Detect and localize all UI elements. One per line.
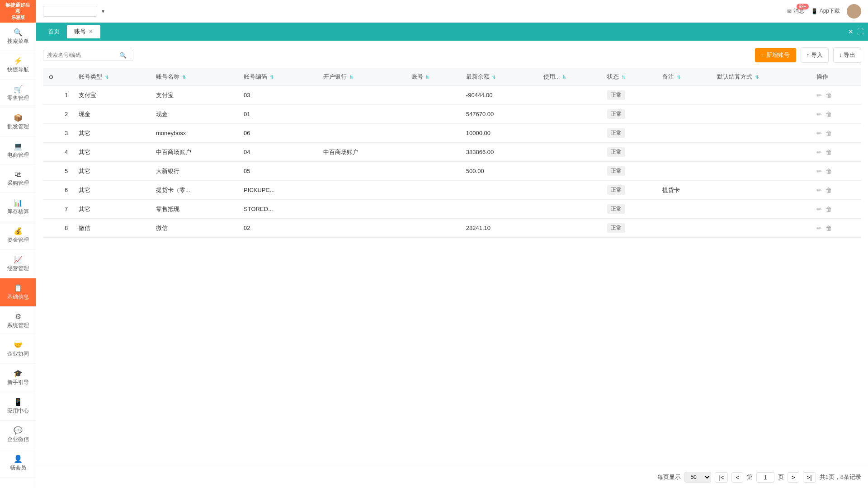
search-box[interactable]: 🔍 bbox=[43, 50, 133, 61]
tab-close-all-button[interactable]: ✕ bbox=[848, 28, 854, 35]
sidebar-item-sys-mgmt[interactable]: ⚙系统管理 bbox=[0, 307, 36, 335]
user-avatar[interactable] bbox=[847, 4, 861, 19]
delete-button[interactable]: 🗑 bbox=[826, 111, 832, 118]
ecom-mgmt-icon: 💻 bbox=[14, 142, 23, 150]
delete-button[interactable]: 🗑 bbox=[826, 225, 832, 232]
cell-name: 微信 bbox=[151, 219, 238, 238]
delete-button[interactable]: 🗑 bbox=[826, 187, 832, 194]
message-icon: ✉ bbox=[787, 8, 792, 14]
col-code[interactable]: 账号编码 ⇅ bbox=[238, 68, 318, 86]
last-page-button[interactable]: >| bbox=[803, 472, 816, 483]
phone-icon: 📱 bbox=[811, 8, 818, 14]
topbar-left: ▾ bbox=[43, 6, 104, 17]
edit-button[interactable]: ✏ bbox=[816, 206, 822, 213]
edit-button[interactable]: ✏ bbox=[816, 168, 822, 175]
search-input[interactable] bbox=[47, 52, 119, 58]
cell-status: 正常 bbox=[602, 105, 657, 124]
per-page-select[interactable]: 50 100 200 bbox=[684, 472, 711, 483]
col-usage[interactable]: 使用... ⇅ bbox=[538, 68, 602, 86]
edit-button[interactable]: ✏ bbox=[816, 225, 822, 232]
sidebar-item-corp-agreement[interactable]: 🤝企业协同 bbox=[0, 335, 36, 364]
delete-button[interactable]: 🗑 bbox=[826, 130, 832, 137]
cell-num: 8 bbox=[59, 219, 73, 238]
prev-page-button[interactable]: < bbox=[731, 472, 743, 483]
delete-button[interactable]: 🗑 bbox=[826, 92, 832, 99]
cell-bank bbox=[318, 181, 406, 200]
col-name[interactable]: 账号名称 ⇅ bbox=[151, 68, 238, 86]
edit-button[interactable]: ✏ bbox=[816, 149, 822, 156]
edit-button[interactable]: ✏ bbox=[816, 92, 822, 99]
sidebar-item-corp-wechat[interactable]: 💬企业微信 bbox=[0, 421, 36, 449]
next-page-button[interactable]: > bbox=[788, 472, 799, 483]
cell-remark bbox=[657, 200, 712, 219]
delete-button[interactable]: 🗑 bbox=[826, 168, 832, 175]
sidebar-item-quick-nav[interactable]: ⚡快捷导航 bbox=[0, 51, 36, 80]
col-bank[interactable]: 开户银行 ⇅ bbox=[318, 68, 406, 86]
page-input[interactable] bbox=[756, 472, 774, 483]
edit-button[interactable]: ✏ bbox=[816, 111, 822, 118]
sidebar-item-app-center[interactable]: 📱应用中心 bbox=[0, 392, 36, 421]
edit-button[interactable]: ✏ bbox=[816, 130, 822, 137]
edit-button[interactable]: ✏ bbox=[816, 187, 822, 194]
sidebar-item-search-menu[interactable]: 🔍搜索菜单 bbox=[0, 23, 36, 51]
tab-home[interactable]: 首页 bbox=[41, 25, 67, 38]
sidebar-item-wholesale-mgmt[interactable]: 📦批发管理 bbox=[0, 108, 36, 136]
sidebar-item-ecom-mgmt[interactable]: 💻电商管理 bbox=[0, 136, 36, 165]
import-button[interactable]: ↑ 导入 bbox=[801, 47, 829, 63]
sidebar-item-label: 畅会员 bbox=[10, 464, 26, 472]
topbar-dropdown[interactable]: ▾ bbox=[102, 8, 104, 14]
col-type[interactable]: 账号类型 ⇅ bbox=[73, 68, 151, 86]
sidebar-item-label: 系统管理 bbox=[7, 322, 29, 329]
col-remark[interactable]: 备注 ⇅ bbox=[657, 68, 712, 86]
app-logo: 畅捷通好生意乐惠版 bbox=[0, 0, 36, 23]
export-button[interactable]: ↓ 导出 bbox=[833, 47, 861, 63]
cell-account bbox=[406, 181, 461, 200]
cell-name: moneybosx bbox=[151, 124, 238, 143]
app-download-button[interactable]: 📱 App下载 bbox=[811, 7, 840, 15]
cell-default-settle bbox=[712, 181, 811, 200]
tab-account[interactable]: 账号✕ bbox=[67, 25, 100, 38]
sidebar-item-label: 企业协同 bbox=[7, 350, 29, 358]
cell-type: 其它 bbox=[73, 162, 151, 181]
col-account[interactable]: 账号 ⇅ bbox=[406, 68, 461, 86]
inventory-calc-icon: 📊 bbox=[14, 198, 23, 207]
cell-type: 现金 bbox=[73, 105, 151, 124]
sidebar-item-retail-mgmt[interactable]: 🛒零售管理 bbox=[0, 80, 36, 108]
tab-close-icon[interactable]: ✕ bbox=[89, 28, 93, 35]
toolbar-buttons: + 新增账号 ↑ 导入 ↓ 导出 bbox=[755, 47, 861, 63]
cell-code: 06 bbox=[238, 124, 318, 143]
cell-num: 2 bbox=[59, 105, 73, 124]
topbar-search-input[interactable] bbox=[43, 6, 97, 17]
sidebar-item-purchase-mgmt[interactable]: 🛍采购管理 bbox=[0, 165, 36, 193]
cell-type: 其它 bbox=[73, 200, 151, 219]
message-button[interactable]: ✉ 消息 99+ bbox=[787, 7, 804, 15]
cell-type: 支付宝 bbox=[73, 86, 151, 105]
cell-usage bbox=[538, 181, 602, 200]
sidebar-item-label: 电商管理 bbox=[7, 151, 29, 159]
col-balance[interactable]: 最新余额 ⇅ bbox=[461, 68, 538, 86]
table-row: 6 其它 提货卡（零... PICKUPC... 正常 提货卡 ✏ 🗑 bbox=[43, 181, 861, 200]
delete-button[interactable]: 🗑 bbox=[826, 149, 832, 156]
search-icon[interactable]: 🔍 bbox=[119, 52, 127, 59]
sidebar-item-finance-mgmt[interactable]: 💰资金管理 bbox=[0, 221, 36, 250]
sidebar-item-basic-info[interactable]: 📋基础信息 bbox=[0, 278, 36, 307]
sidebar-item-inventory-calc[interactable]: 📊库存核算 bbox=[0, 193, 36, 221]
cell-gear bbox=[43, 162, 59, 181]
col-default-settle[interactable]: 默认结算方式 ⇅ bbox=[712, 68, 811, 86]
cell-type: 其它 bbox=[73, 124, 151, 143]
main-area: ▾ ✉ 消息 99+ 📱 App下载 首页账号✕✕⛶ 🔍 bbox=[36, 0, 868, 488]
col-gear[interactable]: ⚙ bbox=[43, 68, 59, 86]
tab-fullscreen-button[interactable]: ⛶ bbox=[857, 28, 863, 35]
sidebar-item-ops-mgmt[interactable]: 📈经营管理 bbox=[0, 250, 36, 278]
sidebar-item-new-guide[interactable]: 🎓新手引导 bbox=[0, 364, 36, 392]
sidebar-item-label: 基础信息 bbox=[7, 293, 29, 301]
cell-bank bbox=[318, 219, 406, 238]
cell-code: 01 bbox=[238, 105, 318, 124]
delete-button[interactable]: 🗑 bbox=[826, 206, 832, 213]
sidebar-item-member[interactable]: 👤畅会员 bbox=[0, 449, 36, 478]
first-page-button[interactable]: |< bbox=[715, 472, 728, 483]
page-suffix: 页 bbox=[778, 473, 784, 481]
col-status[interactable]: 状态 ⇅ bbox=[602, 68, 657, 86]
add-account-button[interactable]: + 新增账号 bbox=[755, 48, 796, 62]
cell-balance: 10000.00 bbox=[461, 124, 538, 143]
